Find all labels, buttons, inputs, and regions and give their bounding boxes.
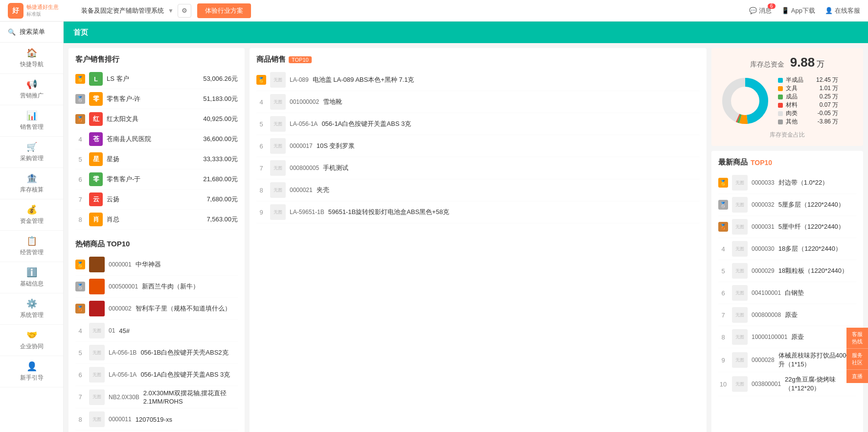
legend-item: 成品 0.25 万	[778, 93, 838, 101]
trial-button[interactable]: 体验行业方案	[197, 3, 251, 18]
product-sales-list: 🥇 无图 LA-089 电池盖 LA-089 ABS本色+黑种 7.1克 4 无…	[256, 69, 700, 223]
list-item: 8 无图 0000011 12070519-xs	[75, 408, 238, 431]
rank-number: 4	[75, 136, 85, 143]
home-icon: 🏠	[26, 48, 37, 58]
list-item: 6 无图 004100001 白钢垫	[718, 282, 856, 304]
sidebar-item-operations[interactable]: 📋 经营管理	[0, 231, 63, 262]
product-image: 无图	[732, 376, 748, 392]
rank-icon: 🥈	[75, 282, 85, 291]
online-service-label: 在线客服	[835, 6, 860, 15]
sidebar-item-purchase[interactable]: 🛒 采购管理	[0, 137, 63, 168]
list-item: 5 无图 LA-056-1A 056-1A白色按键开关盖ABS 3克	[256, 113, 700, 135]
avatar: 星	[89, 152, 103, 166]
product-image: 无图	[732, 329, 748, 345]
product-image: 无图	[732, 175, 748, 191]
hot-products-section: 热销商品 TOP10 🥇 0000001 中华神器 🥈 000500001 新西…	[75, 240, 238, 432]
list-item: 🥈 无图 0000032 5厘多层（1220*2440）	[718, 194, 856, 216]
sidebar-label-guide: 新手引导	[20, 374, 44, 382]
online-service-button[interactable]: 👤 在线客服	[825, 6, 860, 15]
gear-button[interactable]: ⚙	[178, 4, 191, 18]
chevron-down-icon[interactable]: ▼	[168, 7, 174, 14]
app-download-button[interactable]: 📱 App下载	[781, 6, 815, 15]
rank-number: 🥇	[75, 74, 85, 84]
top-right-actions: 💬 消息 6 📱 App下载 👤 在线客服	[749, 6, 860, 15]
rank-number: 10	[718, 381, 728, 388]
table-row: 🥇 L LS 客户 53,006.26元	[75, 69, 238, 89]
sidebar-item-guide[interactable]: 👤 新手引导	[0, 356, 63, 387]
sidebar-item-quick-nav[interactable]: 🏠 快捷导航	[0, 43, 63, 74]
hot-products-title: 热销商品 TOP10	[75, 240, 130, 249]
product-name: 5厘多层（1220*2440）	[778, 200, 856, 209]
product-image	[89, 257, 105, 272]
cs-community-button[interactable]: 服务社区	[846, 349, 868, 370]
sidebar-item-marketing[interactable]: 📢 营销推广	[0, 74, 63, 105]
sales-icon: 📊	[26, 110, 37, 121]
app-download-label: App下载	[791, 6, 815, 15]
list-item: 5 无图 LA-056-1B 056-1B白色按键开关壳ABS2克	[75, 342, 238, 364]
legend-item: 其他 -3.86 万	[778, 118, 838, 126]
product-code: 0000031	[752, 223, 775, 230]
table-row: 6 零 零售客户-于 21,680.00元	[75, 169, 238, 190]
product-image: 无图	[270, 72, 286, 88]
sales-ranking-title: 客户销售排行	[75, 55, 119, 64]
legend-value: 0.07 万	[810, 101, 839, 109]
message-button[interactable]: 💬 消息 6	[749, 6, 772, 15]
sidebar-item-finance[interactable]: 💰 资金管理	[0, 199, 63, 231]
new-products-list: 🥇 无图 0000033 封边带（1.0*22） 🥈 无图 0000032 5厘…	[718, 172, 856, 396]
finance-icon: 💰	[26, 204, 37, 215]
avatar: 零	[89, 92, 103, 106]
list-item: 8 无图 10000100001 原壶	[718, 326, 856, 348]
product-code: 10000100001	[752, 334, 787, 340]
cs-hotline-button[interactable]: 客服热线	[846, 328, 868, 349]
product-name: 2.0X30MM双摆花轴,摆花直径2.1MM/ROHS	[143, 389, 238, 405]
amount: 21,680.00元	[203, 175, 238, 184]
sidebar-label-inventory: 库存核算	[20, 186, 44, 194]
page-title: 首页	[73, 28, 88, 37]
legend-color-dot	[778, 103, 783, 108]
cs-live-button[interactable]: 直播	[846, 370, 868, 383]
service-icon: 👤	[825, 7, 833, 14]
list-item: 10 无图 003800001 22g鱼豆腐-烧烤味（1*12*20）	[718, 372, 856, 396]
sidebar-item-inventory[interactable]: 🏦 库存核算	[0, 168, 63, 199]
sidebar-item-system[interactable]: ⚙️ 系统管理	[0, 293, 63, 325]
legend-value: 1.01 万	[810, 84, 839, 93]
legend-value: 12.45 万	[806, 76, 838, 84]
system-name: 装备及固定资产辅助管理系统	[81, 6, 164, 15]
product-name: 封边带（1.0*22）	[778, 178, 856, 187]
product-name: 18颗粒板（1220*2440）	[778, 266, 856, 275]
system-selector[interactable]: 装备及固定资产辅助管理系统 ▼	[81, 6, 174, 15]
sidebar-item-sales[interactable]: 📊 销售管理	[0, 105, 63, 137]
product-code: 000500001	[109, 283, 138, 290]
logo-text: 畅捷通好生意	[26, 3, 59, 10]
rank-number: 9	[256, 209, 266, 216]
inventory-panel: 库存总资金 9.88 万	[711, 48, 863, 146]
amount: 53,006.26元	[203, 74, 238, 83]
product-image: 无图	[89, 389, 105, 405]
rank-number: 7	[256, 165, 266, 172]
product-code: 004100001	[752, 289, 781, 296]
sidebar-item-basic-info[interactable]: ℹ️ 基础信息	[0, 262, 63, 293]
product-name: 白钢垫	[785, 288, 856, 297]
search-menu[interactable]: 🔍 搜索菜单	[0, 22, 63, 43]
table-row: 4 苍 苍南县人民医院 36,600.00元	[75, 129, 238, 149]
customer-name: 云扬	[107, 195, 203, 204]
purchase-icon: 🛒	[26, 142, 37, 152]
legend-color-dot	[778, 95, 783, 99]
operations-icon: 📋	[26, 236, 37, 246]
product-image: 无图	[270, 204, 286, 220]
sidebar-label-system: 系统管理	[20, 311, 44, 319]
list-item: 7 无图 NB2.0X30B 2.0X30MM双摆花轴,摆花直径2.1MM/RO…	[75, 386, 238, 408]
legend-color-dot	[778, 86, 783, 91]
product-code: 0000001	[109, 261, 132, 268]
rank-number: 8	[718, 334, 728, 341]
rank-icon: 🥇	[75, 260, 85, 269]
list-item: 7 无图 000800005 手机测试	[256, 157, 700, 179]
product-code: 000800008	[752, 312, 781, 318]
marketing-icon: 📢	[26, 79, 37, 90]
sidebar-item-enterprise[interactable]: 🤝 企业协同	[0, 325, 63, 356]
legend-color-dot	[778, 78, 783, 83]
new-products-header: 最新商品 TOP10	[718, 158, 856, 167]
amount: 7,680.00元	[206, 195, 238, 204]
system-icon: ⚙️	[26, 298, 37, 309]
logo-icon: 好	[8, 3, 23, 19]
